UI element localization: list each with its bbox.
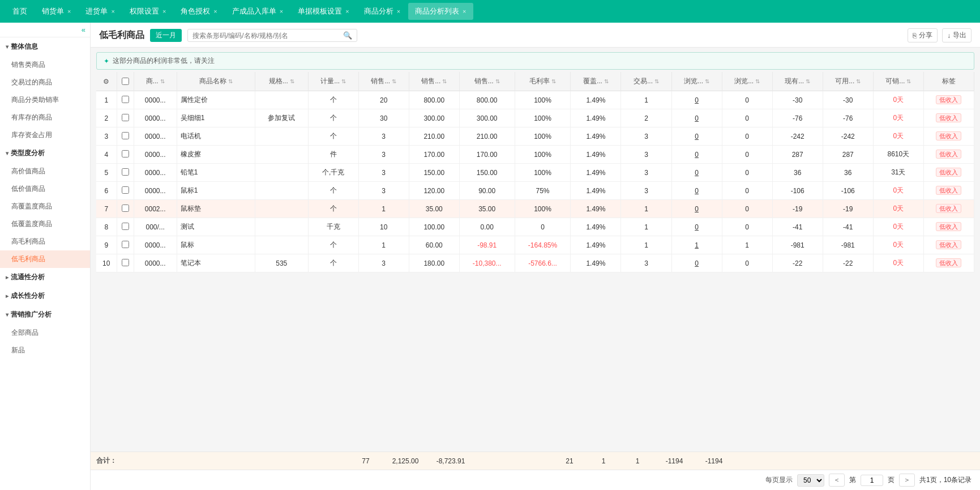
nav-home[interactable]: 首页 [6,3,34,20]
view1-link[interactable]: 0 [695,133,699,140]
nav-permission[interactable]: 权限设置× [123,3,173,20]
td-view1[interactable]: 0 [671,182,722,200]
view1-link[interactable]: 0 [695,114,699,122]
th-settings[interactable]: ⚙ [96,72,117,91]
td-view1[interactable]: 0 [671,127,722,146]
td-name[interactable]: 鼠标垫 [177,200,255,218]
th-checkbox[interactable] [117,72,134,91]
nav-product-analysis[interactable]: 商品分析× [357,3,407,20]
sidebar-group-type-analysis[interactable]: ▾ 类型度分析 [0,144,90,163]
view1-link[interactable]: 0 [695,205,699,213]
td-view1[interactable]: 0 [671,200,722,218]
nav-product-analysis-list[interactable]: 商品分析列表× [408,3,473,20]
td-view1[interactable]: 0 [671,91,722,109]
td-name[interactable]: 电话机 [177,127,255,146]
td-checkbox[interactable] [117,254,134,272]
close-icon[interactable]: × [67,8,71,15]
view1-link[interactable]: 0 [695,259,699,267]
sidebar-item-category-rate[interactable]: 商品分类助销率 [0,91,90,109]
select-all-checkbox[interactable] [122,78,129,85]
page-number-input[interactable] [861,475,883,486]
close-icon[interactable]: × [111,8,114,15]
td-view1[interactable]: 1 [671,236,722,254]
close-icon[interactable]: × [397,8,400,15]
td-view1[interactable]: 0 [671,164,722,182]
td-checkbox[interactable] [117,109,134,127]
prev-page-btn[interactable]: ＜ [829,474,845,487]
next-page-btn[interactable]: ＞ [899,474,915,487]
td-checkbox[interactable] [117,236,134,254]
row-checkbox[interactable] [122,223,129,230]
filter-recent-month-btn[interactable]: 近一月 [150,29,182,42]
td-checkbox[interactable] [117,218,134,236]
td-name[interactable]: 铅笔1 [177,164,255,182]
close-icon[interactable]: × [280,8,283,15]
sort-icon[interactable]: ⇅ [392,78,396,84]
td-view1[interactable]: 0 [671,146,722,164]
td-name[interactable]: 橡皮擦 [177,146,255,164]
view1-link[interactable]: 0 [695,151,699,159]
sidebar-item-high-coverage[interactable]: 高覆盖度商品 [0,198,90,215]
td-checkbox[interactable] [117,164,134,182]
search-input[interactable] [192,32,343,40]
sort-icon[interactable]: ⇅ [906,78,911,84]
td-name[interactable]: 鼠标1 [177,182,255,200]
sort-icon[interactable]: ⇅ [856,78,861,84]
td-checkbox[interactable] [117,182,134,200]
sort-icon[interactable]: ⇅ [341,78,346,84]
sort-icon[interactable]: ⇅ [604,78,609,84]
sort-icon[interactable]: ⇅ [290,78,294,84]
nav-product-instock[interactable]: 产成品入库单× [225,3,290,20]
sort-icon[interactable]: ⇅ [705,78,709,84]
sidebar-item-low-value[interactable]: 低价值商品 [0,180,90,198]
sidebar-collapse-btn[interactable]: « [82,25,85,34]
sidebar-item-low-coverage[interactable]: 低覆盖度商品 [0,215,90,233]
export-button[interactable]: ↓ 导出 [942,28,972,42]
view1-link[interactable]: 0 [695,169,699,177]
td-checkbox[interactable] [117,146,134,164]
sidebar-item-traded-goods[interactable]: 交易过的商品 [0,74,90,91]
sort-icon[interactable]: ⇅ [551,78,556,84]
sidebar-item-stock-goods[interactable]: 有库存的商品 [0,109,90,126]
sort-icon[interactable]: ⇅ [654,78,659,84]
close-icon[interactable]: × [345,8,349,15]
page-size-select[interactable]: 50 [797,474,824,487]
td-name[interactable]: 测试 [177,218,255,236]
close-icon[interactable]: × [162,8,166,15]
sort-icon[interactable]: ⇅ [495,78,500,84]
td-name[interactable]: 吴细细1 [177,109,255,127]
row-checkbox[interactable] [122,186,129,194]
view1-link[interactable]: 0 [695,187,699,195]
td-view1[interactable]: 0 [671,254,722,272]
nav-role-auth[interactable]: 角色授权× [174,3,224,20]
nav-sales-order[interactable]: 销货单× [35,3,78,20]
row-checkbox[interactable] [122,168,129,176]
sidebar-item-new-goods[interactable]: 新品 [0,342,90,359]
nav-template-settings[interactable]: 单据模板设置× [291,3,356,20]
sort-icon[interactable]: ⇅ [160,78,165,84]
search-icon[interactable]: 🔍 [343,31,352,40]
td-name[interactable]: 属性定价 [177,91,255,109]
sidebar-item-high-value[interactable]: 高价值商品 [0,163,90,180]
row-checkbox[interactable] [122,114,129,121]
sidebar-item-all-goods[interactable]: 全部商品 [0,324,90,342]
row-checkbox[interactable] [122,132,129,139]
sort-icon[interactable]: ⇅ [228,78,233,84]
sort-icon[interactable]: ⇅ [806,78,810,84]
sort-icon[interactable]: ⇅ [755,78,760,84]
td-checkbox[interactable] [117,91,134,109]
view1-link[interactable]: 1 [695,241,699,249]
view1-link[interactable]: 0 [695,223,699,231]
td-checkbox[interactable] [117,127,134,146]
row-checkbox[interactable] [122,96,129,103]
sort-icon[interactable]: ⇅ [442,78,447,84]
td-name[interactable]: 笔记本 [177,254,255,272]
sidebar-item-low-margin[interactable]: 低毛利商品 [0,250,90,268]
td-checkbox[interactable] [117,200,134,218]
td-name[interactable]: 鼠标 [177,236,255,254]
row-checkbox[interactable] [122,150,129,157]
nav-purchase-order[interactable]: 进货单× [79,3,121,20]
sidebar-group-growth-analysis[interactable]: ▸ 成长性分析 [0,287,90,305]
share-button[interactable]: ⎘ 分享 [908,28,938,42]
sidebar-group-flow-analysis[interactable]: ▸ 流通性分析 [0,268,90,287]
